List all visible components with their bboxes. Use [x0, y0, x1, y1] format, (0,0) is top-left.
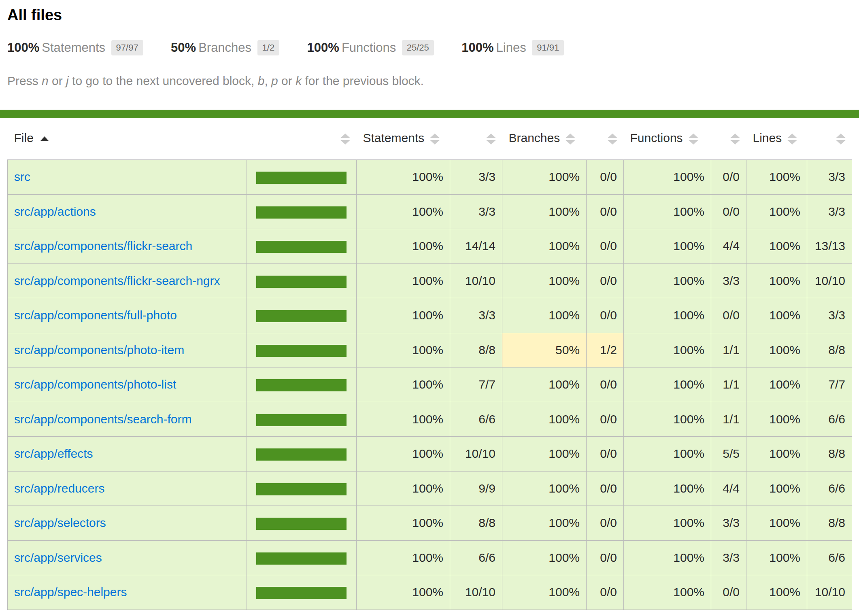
sort-icon[interactable] [689, 134, 698, 144]
table-row: src/app/components/search-form 100% 6/6 … [8, 402, 852, 437]
sort-icon[interactable] [430, 134, 440, 144]
coverage-bar [256, 448, 347, 461]
file-link[interactable]: src/app/components/flickr-search [14, 239, 192, 253]
table-row: src/app/components/full-photo 100% 3/3 1… [8, 298, 852, 333]
file-link[interactable]: src/app/actions [14, 205, 96, 218]
file-cell: src/app/services [8, 540, 247, 575]
table-row: src/app/selectors 100% 8/8 100% 0/0 100%… [8, 506, 852, 541]
branches-raw-cell: 0/0 [587, 506, 624, 541]
branches-pct-cell: 100% [502, 402, 587, 437]
branches-raw-cell: 1/2 [587, 333, 624, 367]
functions-pct-cell: 100% [624, 402, 711, 437]
file-cell: src/app/actions [8, 194, 247, 229]
column-header-functions-label: Functions [630, 131, 683, 144]
file-link[interactable]: src/app/components/search-form [14, 412, 192, 426]
branches-raw-cell: 0/0 [587, 263, 624, 298]
table-row: src/app/components/photo-item 100% 8/8 5… [8, 333, 852, 367]
coverage-bar [256, 414, 347, 426]
hint-text: for the previous block. [302, 74, 424, 87]
file-link[interactable]: src [14, 170, 30, 183]
branches-pct-cell: 100% [502, 229, 587, 264]
sort-icon[interactable] [787, 134, 797, 144]
statements-pct-cell: 100% [357, 160, 450, 195]
coverage-bar-cell [247, 367, 357, 402]
column-header-bar[interactable] [247, 118, 357, 160]
summary-functions-pct: 100% [307, 40, 339, 55]
file-link[interactable]: src/app/spec-helpers [14, 585, 127, 599]
statements-raw-cell: 7/7 [450, 367, 502, 402]
statements-pct-cell: 100% [357, 263, 450, 298]
summary-lines: 100%Lines 91/91 [461, 40, 564, 55]
table-row: src/app/components/flickr-search 100% 14… [8, 229, 852, 264]
coverage-report: All files 100%Statements 97/97 50%Branch… [0, 6, 859, 610]
coverage-bar-fill [256, 552, 347, 565]
branches-raw-cell: 0/0 [587, 298, 624, 333]
file-link[interactable]: src/app/components/photo-item [14, 343, 184, 357]
functions-pct-cell: 100% [624, 506, 711, 541]
column-header-functions[interactable]: Functions [624, 118, 711, 160]
branches-raw-cell: 0/0 [587, 471, 624, 506]
keyboard-hint: Press n or j to go to the next uncovered… [7, 74, 852, 88]
column-header-lines-raw[interactable] [807, 118, 852, 160]
lines-pct-cell: 100% [746, 298, 807, 333]
column-header-file[interactable]: File [8, 118, 247, 160]
column-header-branches-raw[interactable] [587, 118, 624, 160]
sort-icon[interactable] [340, 134, 350, 144]
branches-pct-cell: 50% [502, 333, 587, 367]
coverage-bar-fill [256, 587, 347, 599]
branches-raw-cell: 0/0 [587, 160, 624, 195]
table-row: src 100% 3/3 100% 0/0 100% 0/0 100% 3/3 [8, 160, 852, 195]
statements-raw-cell: 9/9 [450, 471, 502, 506]
lines-pct-cell: 100% [746, 575, 807, 610]
functions-raw-cell: 1/1 [711, 367, 746, 402]
file-link[interactable]: src/app/services [14, 551, 102, 564]
statements-pct-cell: 100% [357, 194, 450, 229]
statements-raw-cell: 8/8 [450, 333, 502, 367]
coverage-status-line [0, 110, 859, 118]
table-row: src/app/components/photo-list 100% 7/7 1… [8, 367, 852, 402]
summary-branches: 50%Branches 1/2 [171, 40, 279, 55]
sort-icon[interactable] [486, 134, 496, 144]
column-header-functions-raw[interactable] [711, 118, 746, 160]
coverage-bar [256, 241, 347, 253]
functions-raw-cell: 0/0 [711, 160, 746, 195]
file-link[interactable]: src/app/selectors [14, 516, 106, 529]
statements-raw-cell: 10/10 [450, 575, 502, 610]
lines-pct-cell: 100% [746, 540, 807, 575]
functions-raw-cell: 4/4 [711, 471, 746, 506]
column-header-statements-raw[interactable] [450, 118, 502, 160]
coverage-bar-fill [256, 414, 347, 426]
lines-pct-cell: 100% [746, 402, 807, 437]
file-link[interactable]: src/app/components/photo-list [14, 378, 176, 391]
summary-statements-label: Statements [42, 40, 105, 55]
branches-pct-cell: 100% [502, 437, 587, 472]
sort-icon[interactable] [730, 134, 740, 144]
functions-raw-cell: 1/1 [711, 333, 746, 367]
file-cell: src [8, 160, 247, 195]
coverage-bar [256, 518, 347, 530]
hint-text: or [278, 74, 296, 87]
column-header-branches[interactable]: Branches [502, 118, 587, 160]
statements-raw-cell: 6/6 [450, 402, 502, 437]
sort-ascending-icon[interactable] [40, 136, 49, 141]
column-header-statements[interactable]: Statements [357, 118, 450, 160]
sort-icon[interactable] [836, 134, 846, 144]
lines-pct-cell: 100% [746, 471, 807, 506]
file-link[interactable]: src/app/reducers [14, 482, 104, 495]
column-header-lines[interactable]: Lines [746, 118, 807, 160]
lines-raw-cell: 8/8 [807, 437, 852, 472]
lines-raw-cell: 10/10 [807, 263, 852, 298]
lines-raw-cell: 6/6 [807, 540, 852, 575]
file-link[interactable]: src/app/effects [14, 447, 93, 460]
coverage-bar-cell [247, 471, 357, 506]
branches-raw-cell: 0/0 [587, 194, 624, 229]
file-link[interactable]: src/app/components/full-photo [14, 308, 177, 322]
coverage-bar [256, 172, 347, 184]
statements-raw-cell: 3/3 [450, 160, 502, 195]
summary-branches-pct: 50% [171, 40, 196, 55]
statements-pct-cell: 100% [357, 229, 450, 264]
sort-icon[interactable] [608, 134, 617, 144]
sort-icon[interactable] [566, 134, 575, 144]
file-link[interactable]: src/app/components/flickr-search-ngrx [14, 274, 220, 287]
coverage-summary: 100%Statements 97/97 50%Branches 1/2 100… [7, 40, 852, 55]
